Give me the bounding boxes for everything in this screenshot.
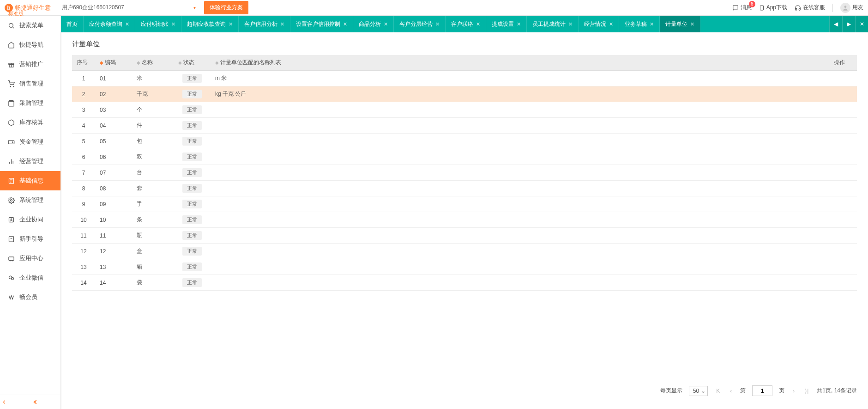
close-icon[interactable]: ✕ [280, 21, 284, 27]
table-row[interactable]: 1212盒正常 [72, 244, 857, 259]
sidebar-item-cart[interactable]: 销售管理 [0, 74, 60, 93]
close-icon[interactable]: ✕ [568, 21, 573, 27]
close-icon[interactable]: ✕ [609, 21, 613, 27]
sidebar-item-team[interactable]: 企业协同 [0, 210, 60, 229]
close-icon[interactable]: ✕ [229, 21, 233, 27]
close-icon[interactable]: ✕ [343, 21, 347, 27]
table-row[interactable]: 1010条正常 [72, 212, 857, 228]
tenant-select[interactable]: 用户690企业1660120507 ▾ [62, 4, 196, 12]
tab[interactable]: 计量单位✕ [660, 16, 700, 32]
table-row[interactable]: 505包正常 [72, 134, 857, 149]
table-row[interactable]: 404件正常 [72, 118, 857, 134]
table-row[interactable]: 1414袋正常 [72, 275, 857, 291]
cell-seq: 4 [72, 118, 95, 134]
gear-icon [7, 196, 15, 204]
col-name[interactable]: ◆名称 [132, 55, 174, 71]
sidebar-item-vip[interactable]: 畅会员 [0, 287, 60, 307]
table-row[interactable]: 606双正常 [72, 149, 857, 165]
tab[interactable]: 首页 [61, 16, 84, 32]
message-button[interactable]: 消息 6 [732, 4, 752, 12]
cell-match [211, 181, 829, 196]
sidebar-item-gift[interactable]: 营销推广 [0, 55, 60, 74]
sidebar-item-wechat[interactable]: 企业微信 [0, 268, 60, 287]
page-input[interactable] [752, 385, 772, 396]
table-row[interactable]: 1111瓶正常 [72, 228, 857, 244]
close-icon[interactable]: ✕ [384, 21, 388, 27]
sidebar-item-app[interactable]: 应用中心 [0, 249, 60, 268]
sidebar-item-guide[interactable]: 新手引导 [0, 229, 60, 249]
sidebar-item-doc[interactable]: 基础信息 [0, 171, 60, 190]
tab[interactable]: 经营情况✕ [579, 16, 619, 32]
sidebar-item-home[interactable]: 快捷导航 [0, 35, 60, 55]
tabs-next[interactable]: ▶ [842, 16, 855, 32]
table-row[interactable]: 303个正常 [72, 102, 857, 118]
page-first[interactable]: K [714, 388, 722, 394]
tab[interactable]: 商品分析✕ [353, 16, 394, 32]
sidebar-footer-right[interactable] [30, 395, 61, 409]
table-row[interactable]: 101米正常m 米 [72, 71, 857, 86]
tab[interactable]: 员工提成统计✕ [527, 16, 579, 32]
tab-label: 应付余额查询 [89, 20, 122, 28]
table-row[interactable]: 202千克正常kg 千克 公斤 [72, 86, 857, 102]
cell-match [211, 165, 829, 181]
header-right: 消息 6 App下载 在线客服 用友 [732, 3, 863, 13]
sidebar-item-label: 资金管理 [19, 138, 43, 146]
tab[interactable]: 应付余额查询✕ [84, 16, 135, 32]
experience-button[interactable]: 体验行业方案 [204, 1, 248, 14]
download-label: App下载 [766, 4, 787, 12]
sidebar-item-bag[interactable]: 采购管理 [0, 93, 60, 113]
sidebar-item-gear[interactable]: 系统管理 [0, 190, 60, 210]
page-prev[interactable]: ‹ [728, 388, 734, 394]
doc-icon [7, 177, 15, 184]
cell-match [211, 275, 829, 291]
tab-label: 商品分析 [359, 20, 381, 28]
cell-seq: 14 [72, 275, 95, 291]
sidebar-footer-left[interactable] [0, 395, 30, 409]
status-badge: 正常 [182, 74, 202, 83]
table-row[interactable]: 808套正常 [72, 181, 857, 196]
cell-match [211, 196, 829, 212]
tab-label: 客户联络 [451, 20, 473, 28]
tab[interactable]: 客户分层经营✕ [394, 16, 446, 32]
cell-match [211, 102, 829, 118]
col-status[interactable]: ◆状态 [174, 55, 211, 71]
tab[interactable]: 客户信用分析✕ [239, 16, 290, 32]
svg-rect-25 [8, 256, 13, 260]
status-badge: 正常 [182, 121, 202, 130]
table-row[interactable]: 909手正常 [72, 196, 857, 212]
table-row[interactable]: 1313箱正常 [72, 259, 857, 275]
tab[interactable]: 客户联络✕ [446, 16, 486, 32]
cell-code: 14 [95, 275, 132, 291]
col-match[interactable]: ◆计量单位匹配的名称列表 [211, 55, 829, 71]
table-row[interactable]: 707台正常 [72, 165, 857, 181]
tab[interactable]: 设置客户信用控制✕ [290, 16, 353, 32]
close-icon[interactable]: ✕ [517, 21, 521, 27]
service-button[interactable]: 在线客服 [795, 4, 825, 12]
sidebar-item-chart[interactable]: 经营管理 [0, 152, 60, 171]
close-icon[interactable]: ✕ [125, 21, 129, 27]
user-menu[interactable]: 用友 [840, 3, 863, 13]
col-seq[interactable]: 序号 [72, 55, 95, 71]
page-last[interactable]: ⟩| [803, 388, 810, 394]
tabs-close-all[interactable]: ✕ [855, 16, 868, 32]
tab[interactable]: 超期应收款查询✕ [181, 16, 239, 32]
sidebar-item-search[interactable]: 搜索菜单 [0, 16, 60, 35]
page-title: 计量单位 [72, 40, 857, 49]
sidebar-item-box[interactable]: 库存核算 [0, 113, 60, 132]
download-button[interactable]: App下载 [759, 4, 787, 12]
tab[interactable]: 提成设置✕ [486, 16, 527, 32]
close-icon[interactable]: ✕ [435, 21, 440, 27]
close-icon[interactable]: ✕ [171, 21, 175, 27]
tab[interactable]: 应付明细账✕ [135, 16, 181, 32]
close-icon[interactable]: ✕ [690, 21, 694, 27]
tab-label: 计量单位 [665, 20, 687, 28]
per-page-select[interactable]: 50 ⌄ [689, 386, 708, 396]
page-next[interactable]: › [791, 388, 796, 394]
cell-match: m 米 [211, 71, 829, 86]
tab[interactable]: 业务草稿✕ [619, 16, 660, 32]
close-icon[interactable]: ✕ [650, 21, 654, 27]
tabs-prev[interactable]: ◀ [829, 16, 842, 32]
sidebar-item-wallet[interactable]: 资金管理 [0, 132, 60, 152]
close-icon[interactable]: ✕ [476, 21, 480, 27]
col-code[interactable]: ◆编码 [95, 55, 132, 71]
